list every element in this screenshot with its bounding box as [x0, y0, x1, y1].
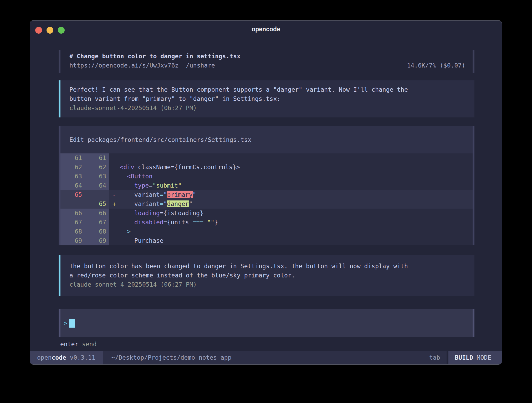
model-timestamp: claude-sonnet-4-20250514 (06:27 PM) — [69, 104, 469, 113]
diff-row: 6161 — [60, 153, 473, 163]
new-line-number — [86, 190, 109, 199]
opencode-window: opencode # Change button color to danger… — [30, 20, 502, 365]
old-line-number: 67 — [60, 218, 86, 227]
diff-row: 65 + variant="danger" — [60, 199, 473, 209]
old-line-number — [60, 199, 86, 209]
enter-key-hint: enter — [60, 340, 78, 349]
new-line-number: 69 — [86, 236, 109, 245]
diff-row: 6767 disabled={units === ""} — [60, 218, 473, 227]
old-line-number: 65 — [60, 190, 86, 199]
diff-code-line: type="submit" — [109, 181, 473, 190]
new-line-number: 63 — [86, 172, 109, 181]
diff-code-line: + variant="danger" — [109, 199, 473, 209]
diff-view: 61616262 <div className={formCs.controls… — [60, 153, 473, 245]
diff-code-line: > — [109, 227, 473, 236]
old-line-number: 68 — [60, 227, 86, 236]
prompt-symbol: > — [64, 320, 67, 327]
diff-row: 6363 <Button — [60, 172, 473, 181]
diff-row: 6969 Purchase — [60, 236, 473, 245]
edit-tool-card: Edit packages/frontend/src/containers/Se… — [59, 126, 474, 245]
title-bar: opencode — [30, 20, 502, 37]
mode-name: BUILD — [455, 351, 473, 364]
new-line-number: 62 — [86, 163, 109, 172]
diff-code-line: <Button — [109, 172, 473, 181]
assistant-message: The button color has been changed to dan… — [59, 255, 474, 296]
diff-code-line: Purchase — [109, 236, 473, 245]
statusbar-divider — [447, 351, 448, 364]
prompt-input[interactable]: > — [59, 309, 474, 337]
app-version-chip: opencode v0.3.11 — [30, 351, 103, 364]
diff-row: 65 - variant="primary" — [60, 190, 473, 199]
diff-code-line: loading={isLoading} — [109, 209, 473, 218]
new-line-number: 64 — [86, 181, 109, 190]
mode-chip[interactable]: BUILD MODE — [448, 351, 502, 364]
old-line-number: 66 — [60, 209, 86, 218]
assistant-message: Perfect! I can see that the Button compo… — [59, 80, 474, 117]
hint-row: enter send Anthropic Claude Sonnet 4 — [59, 340, 474, 349]
window-title: opencode — [30, 20, 502, 37]
app-version: v0.3.11 — [66, 351, 95, 364]
app-name-code: code — [52, 351, 66, 364]
send-hint: send — [78, 340, 96, 349]
new-line-number: 68 — [86, 227, 109, 236]
status-bar: opencode v0.3.11 ~/Desktop/Projects/demo… — [30, 351, 502, 364]
old-line-number: 63 — [60, 172, 86, 181]
old-line-number: 64 — [60, 181, 86, 190]
new-line-number: 66 — [86, 209, 109, 218]
edit-tool-title: Edit packages/frontend/src/containers/Se… — [60, 126, 473, 153]
diff-row: 6868 > — [60, 227, 473, 236]
model-timestamp: claude-sonnet-4-20250514 (06:27 PM) — [69, 280, 469, 289]
session-title: # Change button color to danger in setti… — [69, 52, 473, 61]
diff-code-line: <div className={formCs.controls}> — [109, 163, 473, 172]
old-line-number: 62 — [60, 163, 86, 172]
working-directory: ~/Desktop/Projects/demo-notes-app — [103, 351, 232, 364]
share-url[interactable]: https://opencode.ai/s/UwJxv76z /unshare — [69, 61, 215, 70]
diff-code-line — [109, 153, 473, 163]
new-line-number: 61 — [86, 153, 109, 163]
new-line-number: 67 — [86, 218, 109, 227]
new-line-number: 65 — [86, 199, 109, 209]
diff-row: 6262 <div className={formCs.controls}> — [60, 163, 473, 172]
old-line-number: 69 — [60, 236, 86, 245]
old-line-number: 61 — [60, 153, 86, 163]
token-usage: 14.6K/7% ($0.07) — [407, 61, 473, 70]
diff-row: 6666 loading={isLoading} — [60, 209, 473, 218]
tab-key-hint: tab — [429, 351, 447, 364]
assistant-message-text: The button color has been changed to dan… — [69, 262, 469, 280]
session-header: # Change button color to danger in setti… — [59, 50, 474, 73]
text-cursor — [69, 319, 75, 328]
diff-code-line: - variant="primary" — [109, 190, 473, 199]
app-name-open: open — [37, 351, 52, 364]
mode-suffix: MODE — [473, 351, 491, 364]
assistant-message-text: Perfect! I can see that the Button compo… — [69, 85, 469, 104]
diff-row: 6464 type="submit" — [60, 181, 473, 190]
diff-code-line: disabled={units === ""} — [109, 218, 473, 227]
